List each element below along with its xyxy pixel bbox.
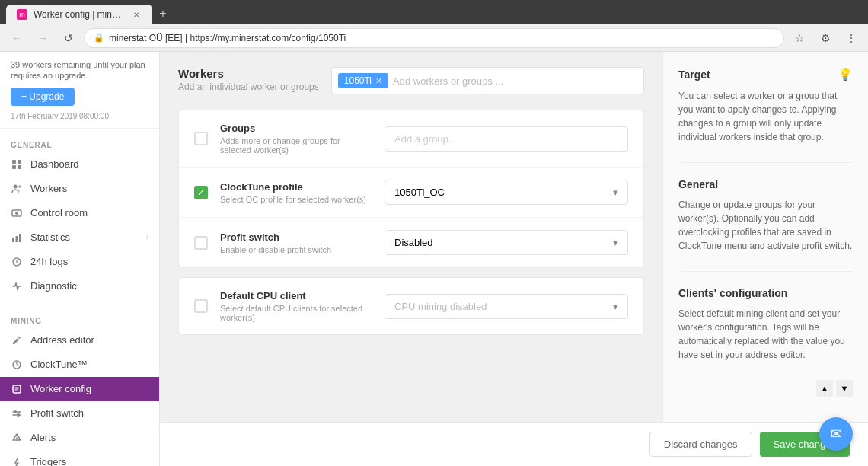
sidebar-item-worker-config[interactable]: Worker config — [0, 377, 159, 401]
config-row-cpu: Default CPU client Select default CPU cl… — [179, 278, 643, 334]
target-help-section: Target 💡 You can select a worker or a gr… — [678, 67, 853, 144]
clocktune-value: 1050Ti_OC — [394, 187, 445, 198]
sidebar-item-control-room[interactable]: Control room — [0, 201, 159, 225]
sidebar-item-alerts[interactable]: Alerts — [0, 426, 159, 450]
general-help-section: General Change or update groups for your… — [678, 178, 853, 253]
tab-close-button[interactable]: ✕ — [131, 9, 142, 20]
triggers-label: Triggers — [30, 456, 148, 466]
svg-point-7 — [15, 212, 18, 215]
clients-help-section: Clients' configuration Select default mi… — [678, 287, 853, 362]
config-card-cpu: Default CPU client Select default CPU cl… — [178, 277, 644, 335]
clients-title-text: Clients' configuration — [678, 287, 787, 299]
profit-switch-control: Disabled ▾ — [385, 230, 628, 255]
discard-changes-button[interactable]: Discard changes — [649, 432, 752, 457]
lock-icon: 🔒 — [94, 33, 104, 43]
dashboard-icon — [11, 158, 23, 171]
control-room-label: Control room — [30, 207, 148, 219]
svg-rect-9 — [16, 236, 18, 242]
workers-header: Workers Add an individual worker or grou… — [178, 67, 644, 94]
workers-title: Workers Add an individual worker or grou… — [178, 67, 319, 92]
cpu-desc: Select default CPU clients for selected … — [220, 304, 372, 322]
svg-rect-8 — [12, 238, 14, 242]
groups-desc: Adds more or change groups for selected … — [220, 136, 372, 155]
groups-checkbox[interactable] — [194, 132, 208, 145]
config-row-profit-switch: Profit switch Enable or disable profit s… — [179, 218, 643, 267]
back-button[interactable]: ← — [6, 27, 27, 49]
active-tab[interactable]: m Worker config | minerstat ✕ — [6, 5, 152, 24]
scroll-up-button[interactable]: ▲ — [816, 380, 833, 397]
svg-point-15 — [16, 439, 17, 440]
app-container: 39 workers remaining until your plan req… — [0, 52, 868, 466]
new-tab-button[interactable]: + — [152, 3, 174, 24]
profit-switch-label: Profit switch — [30, 407, 148, 419]
profit-switch-title: Profit switch — [220, 231, 372, 243]
sidebar-item-triggers[interactable]: Triggers — [0, 450, 159, 466]
profit-switch-value: Disabled — [394, 237, 433, 248]
sidebar-item-statistics[interactable]: Statistics › — [0, 225, 159, 250]
logs-icon — [11, 256, 23, 268]
mining-section: MINING Address editor ClockTune™ Worker … — [0, 305, 159, 466]
sidebar-item-diagnostic[interactable]: Diagnostic — [0, 274, 159, 298]
clocktune-checkbox[interactable]: ✓ — [194, 186, 208, 199]
center-panel: Workers Add an individual worker or grou… — [160, 52, 662, 422]
forward-button[interactable]: → — [32, 27, 53, 49]
target-help-title: Target 💡 — [678, 67, 853, 81]
reload-button[interactable]: ↺ — [58, 27, 79, 49]
sidebar-item-workers[interactable]: Workers — [0, 177, 159, 201]
upgrade-notice: 39 workers remaining until your plan req… — [11, 59, 148, 81]
lightbulb-icon: 💡 — [838, 67, 853, 81]
upgrade-button[interactable]: + Upgrade — [11, 88, 75, 106]
general-help-title: General — [678, 178, 853, 190]
extensions-button[interactable]: ⚙ — [815, 27, 836, 49]
workers-input-area[interactable]: 1050Ti ✕ Add workers or groups ... — [331, 67, 644, 94]
sidebar-header: 39 workers remaining until your plan req… — [0, 52, 159, 129]
groups-placeholder: Add a group... — [394, 133, 457, 145]
svg-point-13 — [14, 410, 17, 413]
svg-rect-2 — [12, 165, 16, 169]
svg-point-14 — [17, 413, 20, 417]
config-card-main: Groups Adds more or change groups for se… — [178, 110, 644, 268]
tab-bar: m Worker config | minerstat ✕ + — [0, 0, 868, 24]
tab-favicon: m — [17, 9, 27, 20]
sidebar-item-clocktune[interactable]: ClockTune™ — [0, 353, 159, 377]
clients-help-title: Clients' configuration — [678, 287, 853, 299]
chat-bubble-button[interactable]: ✉ — [819, 417, 853, 451]
svg-rect-3 — [18, 165, 21, 169]
groups-info: Groups Adds more or change groups for se… — [220, 123, 372, 155]
address-bar[interactable]: 🔒 minerstat OÜ [EE] | https://my.minerst… — [84, 28, 784, 48]
worker-tag-close[interactable]: ✕ — [375, 76, 382, 86]
worker-tag[interactable]: 1050Ti ✕ — [338, 73, 388, 88]
diagnostic-icon — [11, 280, 23, 292]
groups-input[interactable]: Add a group... — [385, 126, 628, 152]
mining-section-label: MINING — [0, 311, 159, 328]
general-title-text: General — [678, 178, 718, 190]
divider-1 — [678, 162, 853, 163]
statistics-icon — [11, 231, 23, 244]
statistics-chevron: › — [146, 233, 148, 241]
scroll-down-button[interactable]: ▼ — [836, 380, 853, 397]
diagnostic-label: Diagnostic — [30, 280, 148, 292]
menu-button[interactable]: ⋮ — [841, 27, 862, 49]
svg-rect-1 — [18, 160, 21, 164]
profit-switch-checkbox[interactable] — [194, 236, 208, 250]
clocktune-select[interactable]: 1050Ti_OC ▾ — [385, 180, 628, 205]
sidebar-item-dashboard[interactable]: Dashboard — [0, 152, 159, 177]
cpu-checkbox[interactable] — [194, 299, 208, 313]
sidebar-item-profit-switch[interactable]: Profit switch — [0, 401, 159, 426]
sidebar-item-24h-logs[interactable]: 24h logs — [0, 250, 159, 274]
svg-point-5 — [18, 185, 21, 188]
alerts-label: Alerts — [30, 432, 148, 443]
cpu-value: CPU mining disabled — [394, 301, 487, 312]
bookmark-button[interactable]: ☆ — [789, 27, 810, 49]
right-panel: Target 💡 You can select a worker or a gr… — [662, 52, 868, 422]
clocktune-title: ClockTune profile — [220, 181, 372, 193]
profit-switch-select[interactable]: Disabled ▾ — [385, 230, 628, 255]
cpu-select[interactable]: CPU mining disabled ▾ — [385, 294, 628, 319]
sidebar-item-address-editor[interactable]: Address editor — [0, 328, 159, 353]
config-row-groups: Groups Adds more or change groups for se… — [179, 110, 643, 168]
dashboard-label: Dashboard — [30, 158, 148, 170]
config-row-clocktune: ✓ ClockTune profile Select OC profile fo… — [179, 168, 643, 218]
svg-rect-0 — [12, 160, 16, 164]
clocktune-select-arrow: ▾ — [613, 187, 618, 198]
chat-icon: ✉ — [831, 426, 842, 442]
